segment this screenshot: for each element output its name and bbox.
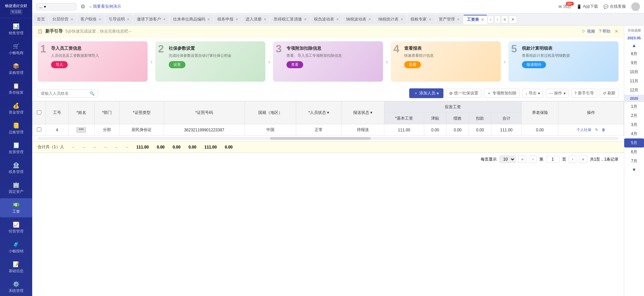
sidebar-item-inventory[interactable]: 📋 库存核算: [0, 79, 32, 98]
month-8[interactable]: 8月: [624, 49, 644, 58]
tab-close-icon[interactable]: ✕: [429, 17, 431, 21]
tab-tax-expert[interactable]: 税检专家 ✕: [407, 15, 435, 24]
step-2-btn[interactable]: 设置: [169, 61, 185, 68]
settings-icon[interactable]: ⚙: [79, 2, 87, 11]
social-security-btn[interactable]: ⚙ 统一社保设置: [446, 89, 481, 98]
tab-income-tax[interactable]: 所得税汇算清缴 ✕: [270, 15, 310, 24]
page-size-select[interactable]: 10 20 50: [499, 156, 516, 163]
tab-close-icon[interactable]: ✕: [368, 17, 371, 21]
month-down-btn[interactable]: ▼: [624, 166, 644, 174]
tab-customer[interactable]: 客户联络 ✕: [77, 15, 105, 24]
row-checkbox[interactable]: [37, 127, 41, 132]
app-download-btn[interactable]: 📱 App下载: [577, 4, 598, 9]
step-1-btn[interactable]: 导入: [51, 61, 68, 68]
tab-close-icon[interactable]: ✕: [99, 17, 101, 21]
search-input[interactable]: [41, 91, 88, 96]
tab-prev-btn[interactable]: ‹: [488, 15, 494, 24]
month-10[interactable]: 10月: [624, 68, 644, 77]
tab-close-icon[interactable]: ✕: [127, 17, 129, 21]
month-7[interactable]: 7月: [624, 157, 644, 166]
horizontal-scrollbar[interactable]: [38, 137, 619, 140]
tab-tax-stats[interactable]: 纳税统计表 ✕: [375, 15, 407, 24]
tab-invite[interactable]: 邀请下游客户 ✕: [133, 15, 169, 24]
tab-assets[interactable]: 资产管理 ✕: [435, 15, 463, 24]
delete-icon[interactable]: 🗑: [602, 128, 605, 132]
sidebar-item-sales[interactable]: 📊 销售管理: [0, 20, 32, 39]
tab-close-icon[interactable]: ✕: [304, 17, 307, 21]
personal-insurance-link[interactable]: 个人社保: [577, 128, 591, 132]
user-avatar[interactable]: [631, 2, 640, 11]
last-page-btn[interactable]: »: [579, 156, 587, 163]
sidebar-item-fixed-assets[interactable]: 🏢 固定资产: [0, 178, 32, 198]
tab-close-icon[interactable]: ✕: [235, 17, 238, 21]
month-12[interactable]: 12月: [624, 86, 644, 95]
sidebar-item-basic-info[interactable]: 📝 基础信息: [0, 258, 32, 277]
guide-close-btn[interactable]: ✕: [614, 29, 619, 34]
month-up-btn[interactable]: ▲: [624, 41, 644, 49]
select-all-checkbox[interactable]: [37, 110, 41, 115]
tab-clearance[interactable]: 进入清册 ✕: [242, 15, 270, 24]
export-btn[interactable]: ↓ 导出 ▾: [522, 89, 543, 98]
month-6[interactable]: 6月: [624, 147, 644, 157]
edit-icon[interactable]: ✎: [595, 128, 598, 132]
tab-tax-wave[interactable]: 纳税波动表 ✕: [343, 15, 374, 24]
tab-partner-code[interactable]: 往来单位商品编码 ✕: [170, 15, 213, 24]
company-selector[interactable]: ... ▾: [36, 3, 76, 10]
refresh-btn[interactable]: ↺ 刷新: [600, 89, 619, 98]
demo-link[interactable]: ○ 我要看实例演示: [89, 4, 121, 9]
sidebar-item-finance[interactable]: 💰 资金管理: [0, 99, 32, 118]
tab-close-icon[interactable]: ✕: [457, 17, 460, 21]
special-deduction-btn[interactable]: ＋ 专项附加扣除: [484, 89, 520, 98]
sidebar-item-system[interactable]: ⚙️ 系统管理: [0, 278, 32, 296]
month-9[interactable]: 9月: [624, 58, 644, 68]
month-3[interactable]: 3月: [624, 120, 644, 129]
step-4-btn[interactable]: 查看: [404, 61, 421, 68]
month-1[interactable]: 1月: [624, 102, 644, 111]
report-filter-icon[interactable]: ▾: [370, 110, 372, 115]
page-input[interactable]: [546, 156, 559, 163]
tab-close-icon[interactable]: ✕: [400, 17, 403, 21]
more-actions-btn[interactable]: ⋯ 操作 ▾: [546, 89, 569, 98]
guide-btn[interactable]: ? 新手引导: [571, 89, 597, 98]
sidebar-item-purchase[interactable]: 📦 采购管理: [0, 59, 32, 79]
tab-payroll[interactable]: 工资表 ✕: [464, 15, 487, 24]
month-2[interactable]: 2月: [624, 111, 644, 120]
search-box[interactable]: 🔍: [38, 89, 98, 97]
tab-close-icon[interactable]: ✕: [70, 17, 73, 21]
sidebar-item-operations[interactable]: 📈 经营管理: [0, 218, 32, 237]
tab-close-icon[interactable]: ✕: [163, 17, 166, 21]
step-5-btn[interactable]: 敬请期待: [522, 61, 546, 68]
tab-close-icon[interactable]: ✕: [264, 17, 266, 21]
online-service-btn[interactable]: 💬 在线客服: [603, 4, 626, 9]
sidebar-item-ecommerce[interactable]: 🛒 小畅电商: [0, 40, 32, 59]
next-page-btn[interactable]: ›: [569, 156, 576, 163]
tab-guide-intro[interactable]: 引导说明 ✕: [105, 15, 133, 24]
first-page-btn[interactable]: «: [518, 156, 527, 163]
tab-close-all-btn[interactable]: ✕: [509, 15, 517, 24]
sidebar-item-expense[interactable]: 🧳 小畅报销: [0, 238, 32, 257]
month-4[interactable]: 4月: [624, 129, 644, 138]
add-employee-button[interactable]: ＋ 添加人员 ▾: [409, 88, 443, 98]
status-filter-icon[interactable]: ▾: [327, 110, 329, 115]
tab-menu-btn[interactable]: ≡: [501, 15, 508, 24]
prev-page-btn[interactable]: ‹: [529, 156, 537, 163]
sidebar-item-payroll[interactable]: 💵 工资: [0, 198, 32, 217]
month-5[interactable]: 5月: [624, 138, 644, 147]
tab-close-icon[interactable]: ✕: [336, 17, 339, 21]
tab-close-icon[interactable]: ✕: [481, 18, 484, 22]
message-btn[interactable]: ✉ 消息 99+: [558, 4, 571, 9]
sidebar-item-ledger[interactable]: 📒 总账管理: [0, 119, 32, 138]
month-11[interactable]: 11月: [624, 77, 644, 86]
guide-help-link[interactable]: ? 帮助: [599, 29, 610, 34]
sidebar-item-invoice[interactable]: 🧾 发票管理: [0, 139, 32, 158]
scrollbar-thumb[interactable]: [270, 137, 371, 140]
guide-video-link[interactable]: ▷ 视频: [582, 29, 595, 34]
tab-layered[interactable]: 分层经营 ✕: [49, 15, 76, 24]
tab-tax-burden[interactable]: 税负波动表 ✕: [311, 15, 342, 24]
tab-home[interactable]: 首页: [34, 15, 48, 24]
tab-tax-report[interactable]: 税务申报 ✕: [214, 15, 241, 24]
tab-close-icon[interactable]: ✕: [207, 17, 210, 21]
sidebar-item-tax[interactable]: 🏦 税务管理: [0, 159, 32, 178]
tab-next-btn[interactable]: ›: [494, 15, 500, 24]
step-3-btn[interactable]: 查看: [286, 61, 303, 68]
